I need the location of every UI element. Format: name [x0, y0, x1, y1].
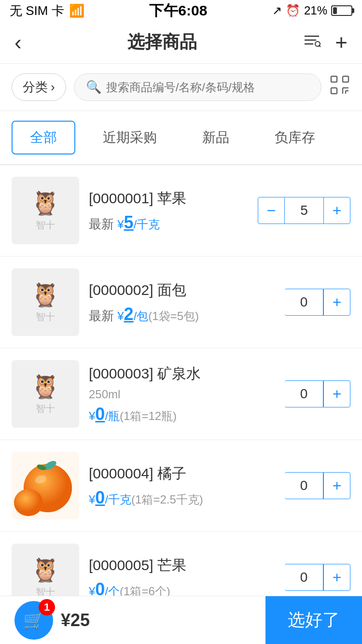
status-time: 下午6:08 — [149, 1, 207, 21]
qty-input[interactable] — [285, 380, 323, 407]
product-image: 🦉 智十 — [12, 360, 79, 428]
owl-text: 智十 — [36, 219, 55, 232]
owl-icon: 🦉 — [31, 557, 60, 584]
qty-plus-button[interactable]: + — [323, 289, 350, 316]
cart-section: 🛒 1 ¥25 — [0, 601, 265, 640]
product-name: [0000003] 矿泉水 — [89, 364, 275, 384]
qty-plus-button[interactable]: + — [323, 472, 350, 499]
product-info: [0000001] 苹果 最新 ¥5/千克 — [89, 189, 248, 233]
qty-plus-button[interactable]: + — [323, 380, 350, 407]
category-chevron: › — [51, 80, 55, 95]
product-name: [0000005] 芒果 — [89, 556, 275, 575]
qty-minus-button[interactable]: − — [258, 197, 285, 224]
status-bar: 无 SIM 卡 📶 下午6:08 ↗ ⏰ 21% — [0, 0, 362, 21]
qty-plus-button[interactable]: + — [323, 197, 350, 224]
product-image: 🦉 智十 — [12, 177, 79, 244]
product-price: ¥0/千克(1箱=2.5千克) — [89, 488, 275, 508]
cart-badge: 1 — [39, 599, 55, 616]
search-box: 🔍 — [74, 73, 321, 101]
svg-point-17 — [14, 489, 43, 516]
alarm-icon: ⏰ — [286, 4, 300, 17]
nav-title: 选择商品 — [127, 30, 197, 54]
product-image: 🦉 智十 — [12, 268, 79, 336]
cart-total: ¥25 — [61, 610, 90, 630]
product-item: [0000004] 橘子 ¥0/千克(1箱=2.5千克) + — [0, 440, 362, 531]
owl-icon: 🦉 — [31, 373, 60, 400]
product-item: 🦉 智十 [0000001] 苹果 最新 ¥5/千克 − + — [0, 165, 362, 256]
quantity-control: + — [285, 380, 350, 407]
product-info: [0000003] 矿泉水 250ml ¥0/瓶(1箱=12瓶) — [89, 364, 275, 424]
bottom-bar: 🛒 1 ¥25 选好了 — [0, 596, 362, 644]
quantity-control: + — [285, 472, 350, 499]
nav-right: + — [303, 30, 348, 55]
product-item: 🦉 智十 [0000003] 矿泉水 250ml ¥0/瓶(1箱=12瓶) + — [0, 349, 362, 439]
qty-box-only: + — [285, 472, 350, 499]
tab-all[interactable]: 全部 — [12, 121, 75, 154]
qty-input[interactable] — [285, 472, 323, 499]
filter-bar: 分类 › 🔍 — [0, 64, 362, 111]
tab-recent[interactable]: 近期采购 — [85, 121, 175, 154]
product-info: [0000005] 芒果 ¥0/个(1箱=6个) — [89, 556, 275, 600]
nav-left: ‹ — [14, 30, 22, 55]
product-name: [0000001] 苹果 — [89, 189, 248, 209]
filter-icon[interactable] — [303, 31, 320, 53]
quantity-control: + — [285, 564, 350, 591]
add-button[interactable]: + — [335, 30, 348, 55]
product-price: 最新 ¥2/包(1袋=5包) — [89, 304, 275, 324]
tab-bar: 全部 近期采购 新品 负库存 — [0, 111, 362, 165]
qty-box-only: + — [285, 289, 350, 316]
carrier-label: 无 SIM 卡 — [10, 2, 64, 19]
qty-box-only: + — [285, 380, 350, 407]
status-right: ↗ ⏰ 21% — [272, 4, 352, 17]
qty-input[interactable] — [285, 564, 323, 591]
quantity-control: − + — [258, 197, 350, 224]
svg-rect-6 — [343, 76, 348, 82]
scan-icon[interactable] — [329, 74, 350, 100]
category-button[interactable]: 分类 › — [12, 73, 66, 101]
product-price: 最新 ¥5/千克 — [89, 212, 248, 233]
owl-icon: 🦉 — [31, 281, 60, 308]
nav-bar: ‹ 选择商品 + — [0, 21, 362, 64]
tab-new[interactable]: 新品 — [184, 121, 247, 154]
confirm-button[interactable]: 选好了 — [265, 596, 362, 644]
cart-button[interactable]: 🛒 1 — [14, 601, 53, 640]
battery-percent: 21% — [304, 4, 327, 17]
qty-plus-button[interactable]: + — [323, 564, 350, 591]
product-name: [0000004] 橘子 — [89, 464, 275, 484]
svg-rect-7 — [331, 88, 337, 94]
qty-input[interactable] — [285, 289, 323, 316]
svg-rect-5 — [331, 76, 337, 82]
product-info: [0000004] 橘子 ¥0/千克(1箱=2.5千克) — [89, 464, 275, 508]
battery-icon — [331, 5, 352, 16]
search-input[interactable] — [106, 81, 309, 94]
tab-negative[interactable]: 负库存 — [257, 121, 333, 154]
status-left: 无 SIM 卡 📶 — [10, 2, 84, 19]
qty-box-only: + — [285, 564, 350, 591]
owl-text: 智十 — [36, 402, 55, 415]
product-info: [0000002] 面包 最新 ¥2/包(1袋=5包) — [89, 280, 275, 324]
owl-icon: 🦉 — [31, 190, 60, 217]
category-label: 分类 — [23, 79, 48, 96]
quantity-control: + — [285, 289, 350, 316]
location-icon: ↗ — [272, 4, 282, 17]
qty-input[interactable] — [285, 197, 323, 224]
back-button[interactable]: ‹ — [14, 30, 22, 55]
product-list: 🦉 智十 [0000001] 苹果 最新 ¥5/千克 − + 🦉 智十 [000… — [0, 165, 362, 644]
product-image — [12, 452, 79, 519]
search-icon: 🔍 — [86, 80, 101, 95]
product-name: [0000002] 面包 — [89, 280, 275, 300]
product-item: 🦉 智十 [0000002] 面包 最新 ¥2/包(1袋=5包) + — [0, 257, 362, 348]
wifi-icon: 📶 — [69, 3, 84, 18]
owl-text: 智十 — [36, 310, 55, 323]
product-spec: 250ml — [89, 388, 275, 401]
svg-line-4 — [319, 45, 320, 47]
product-price: ¥0/瓶(1箱=12瓶) — [89, 404, 275, 424]
